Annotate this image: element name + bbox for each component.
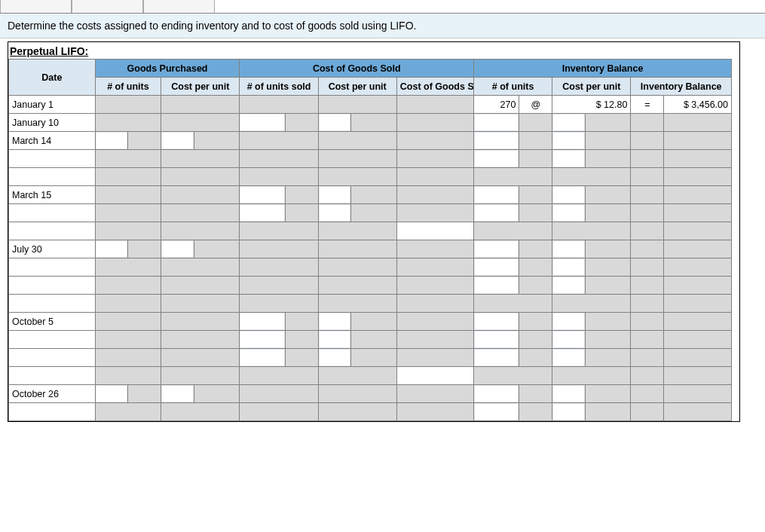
inv-cost-input[interactable]	[552, 150, 586, 168]
inv-cost-input[interactable]	[552, 132, 586, 150]
inv-units-input[interactable]	[474, 114, 519, 132]
cost-input[interactable]	[161, 132, 194, 150]
inv-units-input[interactable]	[474, 150, 519, 168]
inv-cost-input[interactable]	[552, 385, 586, 403]
table-row	[9, 204, 732, 222]
table-row	[9, 277, 732, 295]
inv-cost-input[interactable]	[552, 349, 586, 367]
date-cell: October 26	[9, 385, 96, 403]
inv-cost-input[interactable]	[552, 186, 586, 204]
col-inv-balance: Inventory Balance	[631, 78, 732, 96]
col-cost-per-unit: Cost per unit	[161, 78, 240, 96]
inv-units-input[interactable]	[474, 385, 519, 403]
inv-units-input[interactable]	[474, 258, 519, 277]
inv-units-input[interactable]	[474, 313, 519, 331]
cost-per-unit-input[interactable]	[318, 349, 351, 367]
date-cell: January 10	[9, 114, 96, 132]
grp-cost-of-goods-sold: Cost of Goods Sold	[240, 60, 474, 78]
col-units-sold: # of units sold	[240, 78, 318, 96]
units-sold-input[interactable]	[240, 313, 285, 331]
inv-units-input[interactable]	[474, 349, 519, 367]
inv-units-input[interactable]	[474, 331, 519, 349]
units-sold-input[interactable]	[240, 186, 285, 204]
table-row: January 10	[9, 114, 732, 132]
cost-per-unit-input[interactable]	[318, 331, 351, 349]
col-cost-per-unit3: Cost per unit	[552, 78, 631, 96]
table-row	[9, 349, 732, 367]
units-input[interactable]	[95, 385, 128, 403]
table-row	[9, 168, 732, 186]
units-sold-input[interactable]	[240, 331, 285, 349]
table-row	[9, 222, 732, 240]
grp-goods-purchased: Goods Purchased	[95, 60, 240, 78]
date-cell: January 1	[9, 96, 96, 114]
inv-cost-input[interactable]	[552, 331, 586, 349]
table-row: July 30	[9, 240, 732, 258]
tab-stub[interactable]	[0, 0, 72, 13]
inv-cost-input[interactable]	[552, 313, 586, 331]
col-cogs: Cost of Goods Sold	[396, 78, 473, 96]
inv-cost: $ 12.80	[552, 96, 631, 114]
cost-per-unit-input[interactable]	[318, 313, 351, 331]
inv-units-input[interactable]	[474, 277, 519, 295]
inv-units-input[interactable]	[474, 403, 519, 421]
table-row	[9, 295, 732, 313]
date-cell: July 30	[9, 240, 96, 258]
cost-input[interactable]	[161, 385, 194, 403]
table-row	[9, 331, 732, 349]
table-row	[9, 258, 732, 277]
table-row: March 15	[9, 186, 732, 204]
lifo-table: Date Goods Purchased Cost of Goods Sold …	[8, 59, 732, 421]
col-cost-per-unit2: Cost per unit	[318, 78, 396, 96]
table-row	[9, 403, 732, 421]
tabs-bar	[0, 0, 765, 14]
perpetual-lifo-title: Perpetual LIFO:	[8, 42, 88, 59]
tab-stub[interactable]	[72, 0, 143, 13]
inv-cost-input[interactable]	[552, 277, 586, 295]
equals-symbol: =	[631, 96, 664, 114]
table-row	[9, 367, 732, 385]
inv-units-input[interactable]	[474, 204, 519, 222]
grp-inventory-balance: Inventory Balance	[474, 60, 732, 78]
units-input[interactable]	[95, 132, 128, 150]
inv-units: 270	[474, 96, 519, 114]
table-row	[9, 150, 732, 168]
units-sold-input[interactable]	[240, 114, 285, 132]
inv-cost-input[interactable]	[552, 258, 586, 277]
cost-per-unit-input[interactable]	[318, 204, 351, 222]
units-sold-input[interactable]	[240, 204, 285, 222]
cost-per-unit-input[interactable]	[318, 114, 351, 132]
inv-units-input[interactable]	[474, 186, 519, 204]
units-input[interactable]	[95, 240, 128, 258]
inv-units-input[interactable]	[474, 132, 519, 150]
table-row: March 14	[9, 132, 732, 150]
cost-input[interactable]	[161, 240, 194, 258]
table-row: October 26	[9, 385, 732, 403]
inv-cost-input[interactable]	[552, 204, 586, 222]
inv-cost-input[interactable]	[552, 114, 586, 132]
inv-units-input[interactable]	[474, 240, 519, 258]
date-cell: October 5	[9, 313, 96, 331]
date-cell: March 14	[9, 132, 96, 150]
col-num-units2: # of units	[474, 78, 552, 96]
units-sold-input[interactable]	[240, 349, 285, 367]
inv-cost-input[interactable]	[552, 240, 586, 258]
table-row: January 1 270 @ $ 12.80 = $ 3,456.00	[9, 96, 732, 114]
col-num-units: # of units	[95, 78, 161, 96]
inv-cost-input[interactable]	[552, 403, 586, 421]
tab-stub[interactable]	[143, 0, 215, 13]
cost-per-unit-input[interactable]	[318, 186, 351, 204]
instruction-text: Determine the costs assigned to ending i…	[0, 14, 765, 38]
date-cell: March 15	[9, 186, 96, 204]
table-row: October 5	[9, 313, 732, 331]
at-symbol: @	[519, 96, 552, 114]
col-date: Date	[9, 60, 96, 96]
inv-balance: $ 3,456.00	[664, 96, 732, 114]
